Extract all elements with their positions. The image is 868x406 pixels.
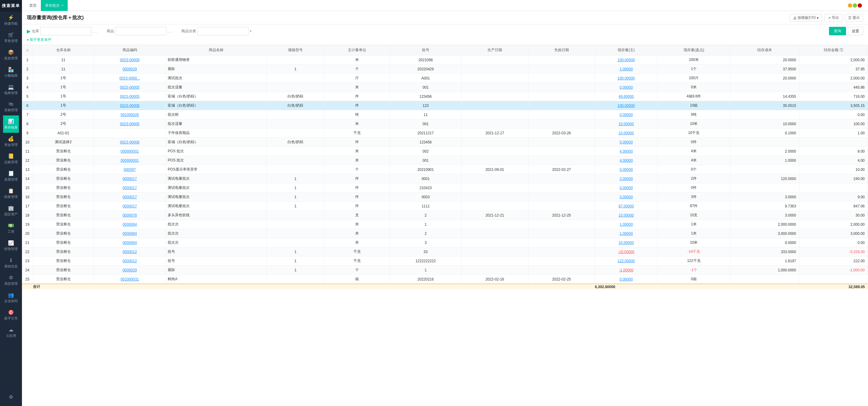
qty-main-cell[interactable]: 122.00000	[595, 257, 657, 266]
sidebar-item-ecommerce[interactable]: 💻电商管理	[3, 81, 19, 98]
qty-main-cell[interactable]: 0.00000	[595, 275, 657, 284]
code-cell[interactable]: 0000017	[94, 174, 166, 183]
qty-main-cell[interactable]: 1.00000	[595, 229, 657, 238]
qty-main-cell[interactable]: -1.00000	[595, 266, 657, 275]
code-cell[interactable]: 001000026	[94, 110, 166, 120]
spec-cell	[267, 83, 324, 92]
sidebar-item-retail[interactable]: 🛒零售管理	[3, 29, 19, 46]
code-cell[interactable]: 0000029	[94, 65, 166, 74]
qty-main-cell[interactable]: 0.00000	[595, 165, 657, 174]
code-cell[interactable]: 0000017	[94, 183, 166, 193]
sidebar-logo[interactable]: 搜索菜单	[0, 0, 22, 11]
cost-cell: 3.0000	[730, 193, 799, 202]
close-btn[interactable]	[858, 3, 862, 8]
qty-main-cell[interactable]: 0.00000	[595, 183, 657, 193]
show-btn[interactable]: ☰ 显示	[845, 14, 863, 22]
code-cell[interactable]: 0023-00009	[94, 56, 166, 65]
code-cell[interactable]: 0023-00008	[94, 138, 166, 147]
sidebar-item-payroll[interactable]: 💵工资	[3, 219, 19, 237]
qty-main-cell[interactable]: 10.00000	[595, 211, 657, 220]
qty-main-cell[interactable]: 10.00000	[595, 129, 657, 138]
sidebar-item-fixed-asset[interactable]: 🏢固定资产	[3, 202, 19, 219]
expand-conditions-btn[interactable]: ▾ 展开更多条件	[27, 37, 863, 42]
print-btn[interactable]: 🖨 按模板打印 ▾	[789, 14, 822, 22]
sidebar-item-general[interactable]: 📒总账管理	[3, 150, 19, 168]
qty-main-cell[interactable]: 1.00000	[595, 220, 657, 229]
sidebar-item-micro-shop[interactable]: 🏪小额电商	[3, 64, 19, 81]
code-cell[interactable]: 000097	[94, 165, 166, 174]
code-cell[interactable]: 0023-00008	[94, 101, 166, 110]
sidebar-item-cloud[interactable]: ☁云应用	[3, 324, 19, 341]
code-cell[interactable]: 0000012	[94, 247, 166, 257]
cost-cell	[730, 110, 799, 120]
maximize-btn[interactable]	[853, 3, 857, 8]
warehouse-input[interactable]	[40, 27, 91, 35]
sidebar-item-basic[interactable]: ℹ基础信息	[3, 254, 19, 272]
sidebar-item-collab[interactable]: 👥企业协同	[3, 289, 19, 306]
seq-cell: 11	[22, 147, 33, 156]
tab-close-btn[interactable]: ×	[62, 0, 63, 11]
code-cell[interactable]: 000900001	[94, 156, 166, 165]
code-cell[interactable]: 0000084	[94, 238, 166, 247]
filter-expand-icon[interactable]: ▶	[27, 28, 30, 34]
active-tab[interactable]: 库存批次 ×	[41, 0, 68, 11]
code-cell[interactable]: 0000084	[94, 229, 166, 238]
category-dropdown-icon[interactable]: ▾	[250, 29, 251, 33]
col-header-5: 主计量单位	[324, 45, 390, 56]
warehouse-dots[interactable]: ...	[93, 29, 98, 34]
code-cell[interactable]: 0023-00005	[94, 83, 166, 92]
sidebar-item-invoice[interactable]: 🧾发票管理	[3, 168, 19, 185]
search-button[interactable]: 查询	[829, 27, 846, 35]
qty-main-cell[interactable]: 10.00000	[595, 120, 657, 129]
sidebar-item-ops[interactable]: 📈经营管理	[3, 237, 19, 254]
export-btn[interactable]: ↗ 导出	[825, 14, 842, 22]
sidebar-item-system[interactable]: ⚙系统管理	[3, 272, 19, 289]
code-cell[interactable]: 001000031	[94, 275, 166, 284]
goods-dots[interactable]: ...	[168, 29, 173, 34]
sidebar-item-tax[interactable]: 📋税务管理	[3, 185, 19, 202]
footer-label: 合计	[33, 284, 94, 289]
qty-main-cell[interactable]: 0.00000	[595, 110, 657, 120]
qty-main-cell[interactable]: 3.00000	[595, 193, 657, 202]
goods-input[interactable]	[115, 27, 166, 35]
cost-cell: 3.0000	[730, 211, 799, 220]
settings-button[interactable]: 设置	[848, 27, 863, 35]
code-cell[interactable]: 0000012	[94, 257, 166, 266]
code-cell[interactable]: 000900001	[94, 147, 166, 156]
sidebar-item-asset[interactable]: 💰资金管理	[3, 133, 19, 150]
qty-main-cell[interactable]: 87.00000	[595, 202, 657, 211]
amount-cell: -1,000.00	[799, 266, 868, 275]
code-cell[interactable]: 0023-00005	[94, 120, 166, 129]
code-cell[interactable]: 0023-0000...	[94, 74, 166, 83]
batch-cell: 20220216	[390, 275, 462, 284]
code-cell[interactable]: 0023-00005	[94, 92, 166, 101]
code-cell[interactable]: 0000029	[94, 266, 166, 275]
code-cell[interactable]	[94, 129, 166, 138]
qty-main-cell[interactable]: 4.00000	[595, 147, 657, 156]
sidebar-item-inventory[interactable]: 📊库存核算	[3, 115, 19, 133]
qty-main-cell[interactable]: 10.00000	[595, 238, 657, 247]
qty-main-cell[interactable]: 100.00000	[595, 74, 657, 83]
sidebar-item-wholesale[interactable]: 📦批发管理	[3, 46, 19, 64]
qty-main-cell[interactable]: 100.00000	[595, 101, 657, 110]
expire-date-cell	[528, 74, 595, 83]
qty-main-cell[interactable]: 0.00000	[595, 138, 657, 147]
code-cell[interactable]: 0000084	[94, 220, 166, 229]
minimize-btn[interactable]	[848, 3, 852, 8]
sidebar-gear-icon[interactable]: ⚙	[8, 391, 14, 403]
category-input[interactable]	[197, 27, 248, 35]
qty-main-cell[interactable]: 0.00000	[595, 83, 657, 92]
home-tab[interactable]: 首页	[25, 0, 41, 11]
sidebar-item-purchase[interactable]: 🛍采购管理	[3, 98, 19, 115]
qty-main-cell[interactable]: -16.00000	[595, 247, 657, 257]
qty-main-cell[interactable]: 2.00000	[595, 174, 657, 183]
code-cell[interactable]: 0000017	[94, 202, 166, 211]
sidebar-item-quick-nav[interactable]: ⚡快捷导航	[3, 11, 19, 29]
qty-main-cell[interactable]: 49.60000	[595, 92, 657, 101]
qty-main-cell[interactable]: 4.00000	[595, 156, 657, 165]
qty-main-cell[interactable]: 1.00000	[595, 65, 657, 74]
code-cell[interactable]: 0000078	[94, 211, 166, 220]
qty-main-cell[interactable]: 100.00000	[595, 56, 657, 65]
sidebar-item-newbie[interactable]: 🎯新手引导	[3, 306, 19, 324]
code-cell[interactable]: 0000017	[94, 193, 166, 202]
